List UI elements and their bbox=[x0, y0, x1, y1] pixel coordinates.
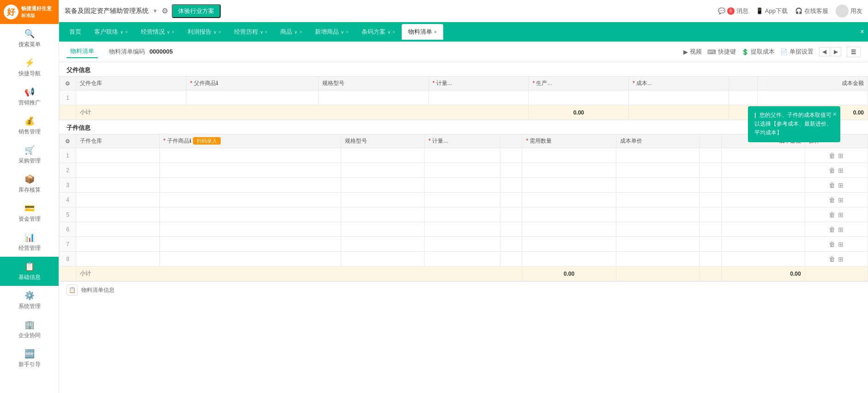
child-row-6-unit-cost[interactable] bbox=[616, 222, 699, 237]
child-row-5-unit[interactable] bbox=[424, 207, 500, 222]
child-row-1-spec[interactable] bbox=[341, 148, 425, 163]
child-row-1-unit[interactable] bbox=[424, 148, 500, 163]
sidebar-item-corp[interactable]: 🏢 企业协同 bbox=[0, 315, 59, 344]
parent-row-1-spec[interactable] bbox=[319, 91, 429, 105]
child-row-1-delete-icon[interactable]: 🗑 bbox=[829, 152, 835, 159]
child-row-7-spec[interactable] bbox=[341, 237, 425, 252]
child-row-7-unit-cost[interactable] bbox=[616, 237, 699, 252]
child-row-3-unit[interactable] bbox=[424, 178, 500, 193]
child-row-2-copy-icon[interactable]: ⊞ bbox=[838, 167, 844, 174]
child-row-5-delete-icon[interactable]: 🗑 bbox=[829, 211, 835, 218]
child-row-7-unit[interactable] bbox=[424, 237, 500, 252]
child-row-8-product[interactable] bbox=[159, 252, 341, 266]
next-btn[interactable]: ▶ bbox=[831, 47, 841, 56]
messages-btn[interactable]: 💬 6 消息 bbox=[718, 7, 748, 15]
child-row-2-qty[interactable] bbox=[522, 163, 616, 178]
child-row-8-copy-icon[interactable]: ⊞ bbox=[838, 255, 844, 263]
child-row-2-unit-cost[interactable] bbox=[616, 163, 699, 178]
child-row-6-product[interactable] bbox=[159, 222, 341, 237]
sidebar-item-guide[interactable]: 🆕 新手引导 bbox=[0, 344, 59, 373]
video-btn[interactable]: ▶ 视频 bbox=[683, 48, 702, 56]
sidebar-item-quicknav[interactable]: ⚡ 快捷导航 bbox=[0, 53, 59, 82]
child-row-4-unit[interactable] bbox=[424, 193, 500, 207]
sidebar-item-search[interactable]: 🔍 搜索菜单 bbox=[0, 24, 59, 53]
tab-products-close[interactable]: × bbox=[299, 30, 302, 35]
child-row-8-qty[interactable] bbox=[522, 252, 616, 266]
tab-history[interactable]: 经营历程 ∨ × bbox=[228, 24, 274, 40]
child-row-1-copy-icon[interactable]: ⊞ bbox=[838, 152, 844, 159]
child-row-7-copy-icon[interactable]: ⊞ bbox=[838, 241, 844, 248]
sidebar-item-purchase[interactable]: 🛒 采购管理 bbox=[0, 140, 59, 169]
sidebar-item-sales[interactable]: 💰 销售管理 bbox=[0, 111, 59, 140]
tab-profit[interactable]: 利润报告 ∨ × bbox=[181, 24, 228, 40]
child-row-8-delete-icon[interactable]: 🗑 bbox=[829, 255, 835, 263]
child-row-6-unit[interactable] bbox=[424, 222, 500, 237]
child-row-1-product[interactable] bbox=[159, 148, 341, 163]
child-row-5-copy-icon[interactable]: ⊞ bbox=[838, 211, 844, 218]
child-row-4-copy-icon[interactable]: ⊞ bbox=[838, 196, 844, 204]
child-row-3-qty[interactable] bbox=[522, 178, 616, 193]
child-row-8-warehouse[interactable] bbox=[76, 252, 160, 266]
sidebar-item-inventory[interactable]: 📦 库存核算 bbox=[0, 169, 59, 199]
tab-bom-close[interactable]: × bbox=[434, 30, 437, 35]
child-row-2-unit[interactable] bbox=[424, 163, 500, 178]
parent-row-1-warehouse[interactable] bbox=[76, 91, 187, 105]
child-row-8-unit[interactable] bbox=[424, 252, 500, 266]
child-row-5-unit-cost[interactable] bbox=[616, 207, 699, 222]
tab-products[interactable]: 商品 ∨ × bbox=[274, 24, 308, 40]
child-row-2-delete-icon[interactable]: 🗑 bbox=[829, 167, 835, 174]
child-row-3-copy-icon[interactable]: ⊞ bbox=[838, 181, 844, 189]
child-row-2-spec[interactable] bbox=[341, 163, 425, 178]
tooltip-close-btn[interactable]: × bbox=[833, 109, 837, 119]
tab-newproduct-close[interactable]: × bbox=[346, 30, 349, 35]
child-row-4-spec[interactable] bbox=[341, 193, 425, 207]
doc-settings-btn[interactable]: 📄 单据设置 bbox=[780, 48, 814, 56]
topbar-gear-icon[interactable]: ⚙ bbox=[162, 6, 168, 15]
child-row-6-delete-icon[interactable]: 🗑 bbox=[829, 226, 835, 233]
shortcut-btn[interactable]: ⌨ 快捷键 bbox=[707, 48, 736, 56]
child-row-1-unit-cost[interactable] bbox=[616, 148, 699, 163]
child-row-1-warehouse[interactable] bbox=[76, 148, 160, 163]
child-row-2-warehouse[interactable] bbox=[76, 163, 160, 178]
subheader-tab-bom[interactable]: 物料清单 bbox=[66, 45, 98, 58]
child-row-4-product[interactable] bbox=[159, 193, 341, 207]
child-row-4-delete-icon[interactable]: 🗑 bbox=[829, 196, 835, 204]
child-row-6-warehouse[interactable] bbox=[76, 222, 160, 237]
child-row-5-spec[interactable] bbox=[341, 207, 425, 222]
child-row-7-product[interactable] bbox=[159, 237, 341, 252]
tab-barcode-close[interactable]: × bbox=[392, 30, 395, 35]
tab-operations-close[interactable]: × bbox=[172, 30, 175, 35]
child-row-7-qty[interactable] bbox=[522, 237, 616, 252]
child-row-8-unit-cost[interactable] bbox=[616, 252, 699, 266]
parent-row-1-cost[interactable] bbox=[629, 91, 729, 105]
sidebar-item-operations[interactable]: 📊 经营管理 bbox=[0, 228, 59, 257]
tab-new-product[interactable]: 新增商品 ∨ × bbox=[308, 24, 355, 40]
child-row-5-warehouse[interactable] bbox=[76, 207, 160, 222]
sidebar-item-marketing[interactable]: 📢 营销推广 bbox=[0, 82, 59, 111]
tab-home[interactable]: 首页 bbox=[63, 24, 88, 40]
child-row-6-qty[interactable] bbox=[522, 222, 616, 237]
parent-row-1-produce[interactable] bbox=[529, 91, 629, 105]
prev-btn[interactable]: ◀ bbox=[819, 47, 830, 56]
support-btn[interactable]: 🎧 在线客服 bbox=[795, 7, 828, 15]
child-row-4-warehouse[interactable] bbox=[76, 193, 160, 207]
child-row-3-product[interactable] bbox=[159, 178, 341, 193]
tab-customers-close[interactable]: × bbox=[125, 30, 128, 35]
menu-btn[interactable]: ☰ bbox=[847, 47, 861, 57]
tab-operations[interactable]: 经营情况 ∨ × bbox=[134, 24, 181, 40]
child-row-6-spec[interactable] bbox=[341, 222, 425, 237]
child-row-4-qty[interactable] bbox=[522, 193, 616, 207]
tab-history-close[interactable]: × bbox=[265, 30, 268, 35]
close-all-tabs[interactable]: × bbox=[860, 28, 864, 36]
scan-input-btn[interactable]: 扫码录入 bbox=[193, 137, 221, 145]
cost-btn[interactable]: 💲 提取成本 bbox=[741, 48, 775, 56]
child-row-4-unit-cost[interactable] bbox=[616, 193, 699, 207]
child-row-3-unit-cost[interactable] bbox=[616, 178, 699, 193]
tab-profit-close[interactable]: × bbox=[218, 30, 221, 35]
child-row-3-delete-icon[interactable]: 🗑 bbox=[829, 181, 835, 189]
child-row-2-product[interactable] bbox=[159, 163, 341, 178]
app-download-btn[interactable]: 📱 App下载 bbox=[756, 7, 788, 15]
child-row-1-qty[interactable] bbox=[522, 148, 616, 163]
sidebar-item-system[interactable]: ⚙️ 系统管理 bbox=[0, 286, 59, 315]
tab-customers[interactable]: 客户联络 ∨ × bbox=[88, 24, 134, 40]
